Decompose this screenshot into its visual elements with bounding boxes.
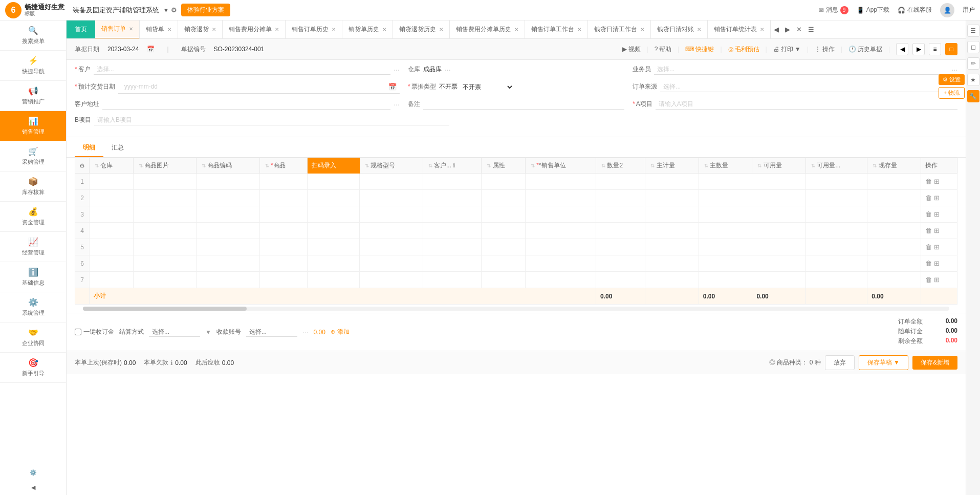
tab-daily-clear-workbench[interactable]: 钱货日清工作台 ✕ — [588, 20, 651, 39]
delivery-date-input[interactable]: 📅 — [118, 80, 400, 94]
row-1-main-unit[interactable] — [645, 174, 699, 190]
quick-setup-btn[interactable]: ⚙ 设置 — [939, 74, 965, 85]
row-4-copy-btn[interactable]: ⊞ — [934, 227, 940, 234]
tab-close-icon[interactable]: ✕ — [697, 27, 701, 32]
tab-close-icon[interactable]: ✕ — [577, 27, 581, 32]
sidebar-item-system[interactable]: ⚙️ 系统管理 — [0, 292, 66, 322]
operate-btn[interactable]: ⋮ 操作 — [815, 45, 835, 54]
right-panel-btn-4[interactable]: ★ — [967, 74, 979, 86]
sidebar-item-info[interactable]: ℹ️ 基础信息 — [0, 262, 66, 292]
tab-close-icon[interactable]: ✕ — [640, 27, 644, 32]
tab-workbench[interactable]: 销售订单工作台 ✕ — [525, 20, 588, 39]
customer-input[interactable] — [94, 64, 391, 75]
bulk-confirm-check[interactable] — [75, 329, 81, 335]
tab-sales-stats[interactable]: 销售订单统计表 ✕ — [708, 20, 771, 39]
row-1-available2[interactable] — [805, 174, 867, 190]
tab-close-icon[interactable]: ✕ — [129, 26, 133, 32]
calendar-icon[interactable]: 📅 — [388, 83, 397, 91]
row-5-copy-btn[interactable]: ⊞ — [934, 243, 940, 251]
row-1-customer-code[interactable] — [423, 174, 482, 190]
online-service-btn[interactable]: 🎧 在线客服 — [898, 6, 932, 14]
tab-next-btn[interactable]: ▶ — [782, 20, 793, 39]
col-settings[interactable]: ⚙ — [75, 158, 90, 174]
payment-dropdown-icon[interactable]: ▼ — [205, 329, 211, 336]
save-new-btn[interactable]: 保存&新增 — [912, 356, 957, 370]
right-panel-btn-3[interactable]: ✏ — [967, 57, 979, 70]
tab-order-history[interactable]: 销售订单历史 ✕ — [286, 20, 342, 39]
row-2-warehouse[interactable] — [90, 190, 134, 206]
salesperson-input[interactable] — [654, 64, 948, 75]
view-video-btn[interactable]: ▶ 视频 — [622, 45, 641, 54]
sidebar-collapse-btn[interactable]: ◀ — [0, 480, 66, 495]
tab-close-icon[interactable]: ✕ — [212, 27, 216, 32]
discard-btn[interactable]: 放弃 — [825, 355, 855, 370]
history-btn[interactable]: 🕐 历史单据 — [848, 45, 882, 54]
list-view-btn[interactable]: ≡ — [929, 43, 941, 55]
row-1-spec[interactable] — [360, 174, 423, 190]
calendar-icon[interactable]: 📅 — [147, 46, 155, 53]
app-download-btn[interactable]: 📱 App下载 — [857, 6, 889, 14]
sidebar-settings-btn[interactable]: ⚙️ — [0, 465, 66, 480]
row-1-unit[interactable] — [525, 174, 596, 190]
payment-method-input[interactable] — [149, 327, 200, 337]
sidebar-item-operations[interactable]: 📈 经营管理 — [0, 232, 66, 262]
address-more-btn[interactable]: ··· — [394, 100, 400, 109]
row-5-delete-btn[interactable]: 🗑 — [925, 243, 932, 251]
sidebar-item-quicknav[interactable]: ⚡ 快捷导航 — [0, 51, 66, 81]
tab-home[interactable]: 首页 — [67, 20, 95, 39]
delivery-date-text[interactable] — [121, 81, 386, 92]
right-panel-btn-5[interactable]: 🔧 — [967, 90, 979, 102]
row-7-delete-btn[interactable]: 🗑 — [925, 276, 932, 284]
receipt-more-btn[interactable]: ··· — [302, 328, 309, 336]
table-scrollbar-track[interactable] — [83, 307, 949, 311]
sidebar-item-sales[interactable]: 📊 销售管理 — [0, 111, 66, 141]
row-6-copy-btn[interactable]: ⊞ — [934, 260, 940, 267]
add-logistics-btn[interactable]: + 物流 — [939, 87, 965, 99]
sidebar-item-collab[interactable]: 🤝 企业协同 — [0, 322, 66, 353]
a-project-input[interactable] — [656, 99, 957, 110]
shortcut-btn[interactable]: ⌨ 快捷键 — [685, 45, 714, 54]
tab-close-icon[interactable]: ✕ — [332, 27, 336, 32]
grid-view-btn[interactable]: □ — [945, 43, 957, 55]
row-1-copy-btn[interactable]: ⊞ — [934, 178, 940, 185]
sidebar-item-guide[interactable]: 🎯 新手引导 — [0, 353, 66, 383]
sidebar-item-finance[interactable]: 💰 资金管理 — [0, 202, 66, 232]
row-2-delete-btn[interactable]: 🗑 — [925, 194, 932, 202]
right-panel-btn-2[interactable]: ◻ — [967, 41, 979, 53]
row-1-product[interactable] — [259, 174, 307, 190]
bulk-confirm-checkbox[interactable]: 一键收订金 — [75, 328, 114, 336]
invoice-select[interactable]: 不开票 增值税普通发票 增值税专用发票 — [461, 83, 514, 91]
tab-sales-order[interactable]: 销售订单 ✕ — [95, 20, 140, 39]
remarks-input[interactable] — [423, 99, 624, 110]
row-6-delete-btn[interactable]: 🗑 — [925, 260, 932, 267]
row-3-delete-btn[interactable]: 🗑 — [925, 210, 932, 218]
receipt-account-input[interactable] — [246, 327, 297, 337]
tab-goods-history[interactable]: 销货单历史 ✕ — [342, 20, 393, 39]
tab-sales-expense[interactable]: 销售费用分摊单 ✕ — [223, 20, 286, 39]
settings-gear-btn[interactable]: ⚙ — [171, 6, 177, 14]
tab-close-icon[interactable]: ✕ — [167, 27, 171, 32]
row-2-copy-btn[interactable]: ⊞ — [934, 194, 940, 202]
discount-info-icon[interactable]: ℹ — [170, 359, 173, 367]
row-7-copy-btn[interactable]: ⊞ — [934, 276, 940, 284]
row-1-warehouse[interactable] — [90, 174, 134, 190]
system-dropdown-btn[interactable]: ▼ — [163, 7, 169, 13]
table-scrollbar-thumb[interactable] — [83, 307, 247, 311]
tab-daily-clear-account[interactable]: 钱货日清对账 ✕ — [651, 20, 708, 39]
tab-expense-history[interactable]: 销售费用分摊单历史 ✕ — [450, 20, 525, 39]
tab-menu-btn[interactable]: ☰ — [805, 20, 817, 39]
tab-prev-btn[interactable]: ◀ — [771, 20, 782, 39]
save-draft-btn[interactable]: 保存草稿 ▼ — [859, 355, 908, 370]
order-source-input[interactable] — [660, 81, 957, 92]
row-1-code[interactable] — [197, 174, 259, 190]
row-1-image[interactable] — [133, 174, 196, 190]
detail-tab-mingxi[interactable]: 明细 — [75, 139, 103, 157]
tab-close-all-btn[interactable]: ✕ — [793, 20, 805, 39]
help-btn[interactable]: ? 帮助 — [655, 45, 672, 54]
industry-btn[interactable]: 体验行业方案 — [181, 4, 230, 16]
prev-record-btn[interactable]: ◀ — [896, 43, 908, 55]
row-1-scan[interactable] — [307, 174, 359, 190]
next-record-btn[interactable]: ▶ — [912, 43, 925, 55]
tab-close-icon[interactable]: ✕ — [275, 27, 279, 32]
row-1-qty2[interactable] — [596, 174, 645, 190]
